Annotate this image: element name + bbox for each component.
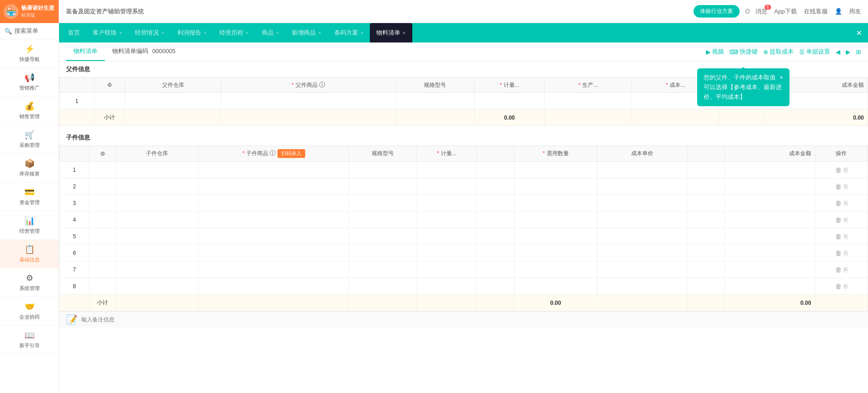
tab-business[interactable]: 经营情况 × <box>128 23 170 42</box>
delete-icon[interactable]: 🗑 <box>835 233 842 240</box>
child-row-spec[interactable] <box>349 228 417 245</box>
child-row-qty[interactable] <box>514 195 597 212</box>
child-row-spec[interactable] <box>349 278 417 295</box>
child-row-qty[interactable] <box>514 245 597 261</box>
delete-icon[interactable]: 🗑 <box>835 200 842 207</box>
child-row-spec[interactable] <box>349 212 417 228</box>
extract-cost-button[interactable]: ⊕ 提取成本 <box>763 48 794 56</box>
child-row-spec[interactable] <box>349 245 417 261</box>
nav-prev-button[interactable]: ◀ <box>836 48 840 55</box>
child-row-unit-cost[interactable] <box>597 195 687 212</box>
child-row-unit-cost[interactable] <box>597 178 687 195</box>
parent-row-product[interactable] <box>221 93 396 109</box>
nav-next-button[interactable]: ▶ <box>846 48 850 55</box>
child-row-unit[interactable] <box>416 228 476 245</box>
copy-icon[interactable]: ⎘ <box>844 283 848 290</box>
child-row-spec[interactable] <box>349 195 417 212</box>
child-row-warehouse[interactable] <box>116 212 199 228</box>
child-row-spec[interactable] <box>349 178 417 195</box>
child-row-product[interactable] <box>199 212 349 228</box>
child-row-unit[interactable] <box>416 212 476 228</box>
parent-row-unit[interactable] <box>475 93 544 109</box>
child-table-row[interactable]: 2 🗑 ⎘ <box>60 178 868 195</box>
child-row-warehouse[interactable] <box>116 178 199 195</box>
child-row-warehouse[interactable] <box>116 245 199 261</box>
child-row-product[interactable] <box>199 178 349 195</box>
child-table-row[interactable]: 4 🗑 ⎘ <box>60 212 868 228</box>
delete-icon[interactable]: 🗑 <box>835 183 842 190</box>
child-th-settings[interactable]: ⚙ <box>90 146 116 162</box>
tooltip-close-button[interactable]: × <box>779 73 783 83</box>
sub-tab-bom-code[interactable]: 物料清单编码 0000005 <box>105 42 183 61</box>
trial-button[interactable]: 体验行业方案 <box>693 5 740 18</box>
tab-new-product-close[interactable]: × <box>318 30 321 36</box>
copy-icon[interactable]: ⎘ <box>844 216 848 224</box>
settings-icon[interactable]: ⚙ <box>744 7 751 16</box>
child-row-qty[interactable] <box>514 228 597 245</box>
online-service-link[interactable]: 在线客服 <box>804 7 828 16</box>
view-button[interactable]: ▶ 视频 <box>706 48 724 56</box>
tab-product[interactable]: 商品 × <box>255 23 285 42</box>
tab-barcode-close[interactable]: × <box>361 30 363 36</box>
tab-bom-close[interactable]: × <box>403 30 405 36</box>
sub-tab-bom-list[interactable]: 物料清单 <box>66 42 105 61</box>
shortcut-button[interactable]: ⌨ 快捷键 <box>729 48 758 56</box>
tab-new-product[interactable]: 新增商品 × <box>285 23 327 42</box>
child-table-row[interactable]: 1 🗑 ⎘ <box>60 162 868 178</box>
close-all-tabs-button[interactable]: ✕ <box>852 29 866 37</box>
child-row-qty[interactable] <box>514 278 597 295</box>
copy-icon[interactable]: ⎘ <box>844 233 848 240</box>
copy-icon[interactable]: ⎘ <box>844 166 848 174</box>
tab-home[interactable]: 首页 <box>61 23 86 42</box>
child-row-product[interactable] <box>199 245 349 261</box>
tab-product-close[interactable]: × <box>276 30 279 36</box>
tab-bom[interactable]: 物料清单 × <box>370 23 412 42</box>
child-row-spec[interactable] <box>349 261 417 278</box>
sidebar-item-inventory[interactable]: 📦 库存核算 <box>0 154 59 182</box>
sidebar-item-system[interactable]: ⚙ 系统管理 <box>0 268 59 297</box>
child-row-unit-cost[interactable] <box>597 261 687 278</box>
child-row-qty[interactable] <box>514 261 597 278</box>
parent-row-warehouse[interactable] <box>125 93 221 109</box>
tab-customer[interactable]: 客户联络 × <box>86 23 128 42</box>
child-row-unit-cost[interactable] <box>597 278 687 295</box>
child-row-unit-cost[interactable] <box>597 162 687 178</box>
child-table-row[interactable]: 6 🗑 ⎘ <box>60 245 868 261</box>
child-row-warehouse[interactable] <box>116 261 199 278</box>
single-settings-button[interactable]: ☰ 单据设置 <box>799 48 830 56</box>
sidebar-item-basic-info[interactable]: 📋 基础信息 <box>0 240 59 268</box>
parent-row-spec[interactable] <box>396 93 474 109</box>
child-row-warehouse[interactable] <box>116 278 199 295</box>
tab-profit[interactable]: 利润报告 × <box>171 23 213 42</box>
scan-button[interactable]: 扫码录入 <box>277 149 305 158</box>
child-row-unit[interactable] <box>416 178 476 195</box>
copy-icon[interactable]: ⎘ <box>844 249 848 257</box>
child-row-qty[interactable] <box>514 178 597 195</box>
child-table-row[interactable]: 8 🗑 ⎘ <box>60 278 868 295</box>
child-row-product[interactable] <box>199 261 349 278</box>
child-row-unit[interactable] <box>416 162 476 178</box>
app-download-link[interactable]: App下载 <box>774 7 797 16</box>
child-table-row[interactable]: 3 🗑 ⎘ <box>60 195 868 212</box>
child-row-qty[interactable] <box>514 162 597 178</box>
copy-icon[interactable]: ⎘ <box>844 183 848 190</box>
child-row-warehouse[interactable] <box>116 162 199 178</box>
child-row-spec[interactable] <box>349 162 417 178</box>
sidebar-item-marketing[interactable]: 📢 营销推广 <box>0 68 59 97</box>
tab-history[interactable]: 经营历程 × <box>213 23 255 42</box>
sidebar-item-quick-nav[interactable]: ⚡ 快捷导航 <box>0 39 59 68</box>
copy-icon[interactable]: ⎘ <box>844 266 848 273</box>
message-badge-wrap[interactable]: 消息 6 <box>755 7 767 16</box>
delete-icon[interactable]: 🗑 <box>835 216 842 224</box>
sidebar-item-enterprise[interactable]: 🤝 企业协同 <box>0 297 59 326</box>
child-row-unit[interactable] <box>416 278 476 295</box>
child-row-unit[interactable] <box>416 195 476 212</box>
child-row-unit[interactable] <box>416 245 476 261</box>
delete-icon[interactable]: 🗑 <box>835 166 842 174</box>
tab-profit-close[interactable]: × <box>204 30 206 36</box>
delete-icon[interactable]: 🗑 <box>835 249 842 257</box>
child-row-unit-cost[interactable] <box>597 228 687 245</box>
child-table-row[interactable]: 7 🗑 ⎘ <box>60 261 868 278</box>
child-row-warehouse[interactable] <box>116 228 199 245</box>
child-row-product[interactable] <box>199 228 349 245</box>
